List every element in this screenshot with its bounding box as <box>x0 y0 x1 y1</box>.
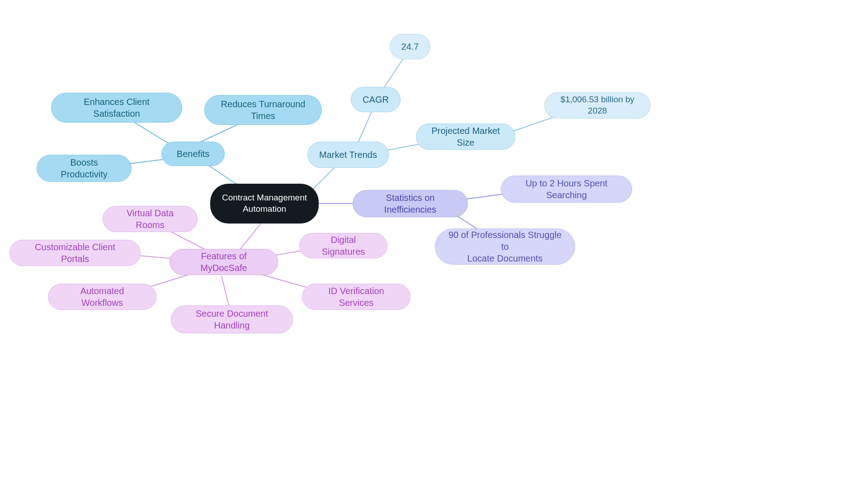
node-benefits-client-satisfaction[interactable]: Enhances Client Satisfaction <box>51 93 182 123</box>
node-market-cagr[interactable]: CAGR <box>351 87 401 112</box>
node-benefits[interactable]: Benefits <box>161 142 225 166</box>
node-market-size-value[interactable]: $1,006.53 billion by 2028 <box>544 92 651 119</box>
node-benefits-turnaround[interactable]: Reduces Turnaround Times <box>204 95 322 125</box>
node-stats-hours[interactable]: Up to 2 Hours Spent Searching <box>501 176 632 203</box>
node-feature-sigs[interactable]: Digital Signatures <box>299 233 387 258</box>
node-feature-vdr[interactable]: Virtual Data Rooms <box>103 206 198 232</box>
node-feature-workflows[interactable]: Automated Workflows <box>48 284 156 310</box>
node-feature-secure[interactable]: Secure Document Handling <box>171 305 293 333</box>
node-feature-idver[interactable]: ID Verification Services <box>302 284 410 310</box>
node-center[interactable]: Contract Management Automation <box>210 184 319 224</box>
mindmap-canvas: Contract Management Automation Benefits … <box>0 0 868 490</box>
node-market-trends[interactable]: Market Trends <box>307 142 389 168</box>
svg-line-6 <box>382 57 405 90</box>
node-market-size[interactable]: Projected Market Size <box>416 124 515 150</box>
node-market-cagr-value[interactable]: 24.7 <box>390 34 430 59</box>
node-feature-portals[interactable]: Customizable Client Portals <box>9 240 141 266</box>
node-features[interactable]: Features of MyDocSafe <box>170 249 278 275</box>
node-benefits-productivity[interactable]: Boosts Productivity <box>37 155 132 182</box>
node-stats-90pct[interactable]: 90 of Professionals Struggle to Locate D… <box>435 228 575 265</box>
svg-line-5 <box>357 109 373 145</box>
node-statistics[interactable]: Statistics on Inefficiencies <box>353 190 468 217</box>
